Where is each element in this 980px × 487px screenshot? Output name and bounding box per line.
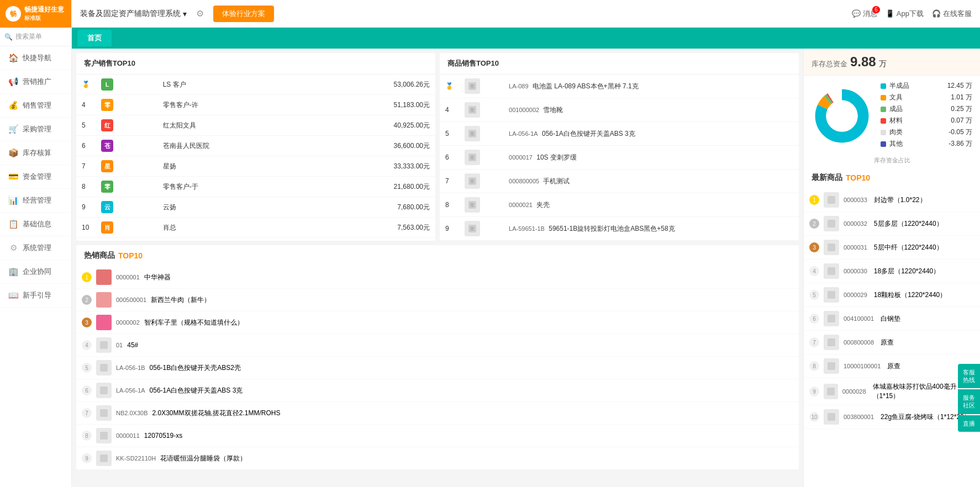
product-info-cell: LA-056-1A 056-1A白色按键开关盖ABS 3克 [503,122,799,146]
topbar: 装备及固定资产辅助管理系统 ▾ ⚙ 体验行业方案 💬 消息 6 📱 App下载 … [72,0,980,28]
list-item[interactable]: 9 KK-SD22110H 花语暖恒温分腿睡袋（厚款） [76,447,799,470]
product-sales-table: 🥇 图 LA-089 电池盖 LA-089 ABS本色+黑种 7.1克 4 图 … [440,75,799,241]
sidebar-item-enterprise[interactable]: 🏢 企业协同 [0,260,71,284]
main-area: 装备及固定资产辅助管理系统 ▾ ⚙ 体验行业方案 💬 消息 6 📱 App下载 … [72,0,980,487]
sidebar-item-purchase[interactable]: 🛒 采购管理 [0,118,71,141]
list-item[interactable]: 5 0000029 18颗粒板（1220*2440） [804,283,980,307]
table-row[interactable]: 10 肖 肖总 7,563.00元 [76,218,435,238]
operations-icon: 📊 [8,195,18,205]
product-code: 0000028 [842,388,866,395]
settings-button[interactable]: ⚙ [192,6,208,22]
amount-cell: 21,680.00元 [310,177,435,197]
tab-home[interactable]: 首页 [77,30,112,46]
legend-label: 肉类 [889,128,903,137]
product-name: 10S 变刺罗缓 [536,153,577,161]
product-name: 5层多层（1220*2440） [874,219,943,229]
sidebar-item-marketing[interactable]: 📢 营销推广 [0,70,71,94]
product-name: 18颗粒板（1220*2440） [874,290,946,300]
table-row[interactable]: 🥇 L LS 客户 53,006.26元 [76,75,435,95]
list-item[interactable]: 2 0000032 5层多层（1220*2440） [804,212,980,236]
legend-label: 半成品 [889,81,909,91]
table-row[interactable]: 6 苍 苍南县人民医院 36,600.00元 [76,136,435,156]
list-item[interactable]: 3 0000031 5层中纤（1220*2440） [804,236,980,260]
sidebar-item-basic-info[interactable]: 📋 基础信息 [0,213,71,236]
list-item[interactable]: 4 01 45# [76,334,799,357]
list-item[interactable]: 6 004100001 白钢垫 [804,307,980,331]
list-item[interactable]: 1 0000001 中华神器 [76,266,799,289]
rank-indicator: 6 [82,385,92,395]
product-code: 0000031 [844,244,867,251]
product-code: 0000002 [116,319,140,326]
product-name: 45# [127,341,138,349]
sidebar-item-sales[interactable]: 💰 销售管理 [0,94,71,118]
img-cell: 图 [459,193,503,217]
svg-rect-26 [828,220,835,227]
table-row[interactable]: 5 红 红太阳文具 40,925.00元 [76,115,435,136]
list-item[interactable]: 6 LA-056-1A 056-1A白色按键开关盖ABS 3克 [76,379,799,402]
list-item[interactable]: 1 0000033 封边带（1.0*22） [804,188,980,212]
table-row[interactable]: 9 图 LA-59651-1B 59651-1B旋转投影灯电池盒ABS黑色+58… [440,217,799,241]
float-btn-live[interactable]: 直播 [958,415,980,432]
product-name: 新西兰牛肉（新牛） [151,295,210,305]
list-item[interactable]: 8 10000100001 原查 [804,354,980,378]
list-item[interactable]: 9 0000028 体城嘉枚味苏打饮品400毫升（1*15） [804,378,980,405]
name-cell: 零售客户-于 [157,177,310,197]
sidebar-item-newbie[interactable]: 📖 新手引导 [0,284,71,308]
table-row[interactable]: 5 图 LA-056-1A 056-1A白色按键开关盖ABS 3克 [440,122,799,146]
sidebar-item-finance[interactable]: 💳 资金管理 [0,165,71,189]
sidebar-item-system[interactable]: ⚙ 系统管理 [0,236,71,260]
table-row[interactable]: 7 星 星扬 33,333.00元 [76,156,435,177]
sidebar-search[interactable]: 🔍 搜索菜单 [0,28,71,46]
customer-sales-list: 🥇 L LS 客户 53,006.26元 4 零 零售客户-许 51,183.0… [76,75,435,238]
product-image: 图 [465,126,480,141]
list-item[interactable]: 4 0000030 18多层（1220*2440） [804,260,980,283]
list-item[interactable]: 5 LA-056-1B 056-1B白色按键开关壳ABS2壳 [76,357,799,379]
product-code: 0000029 [844,292,867,298]
product-sales-card: 商品销售TOP10 🥇 图 LA-089 电池盖 LA-089 ABS本色+黑种… [440,53,799,241]
system-title-dropdown[interactable]: 装备及固定资产辅助管理系统 ▾ [80,9,187,19]
experience-btn[interactable]: 体验行业方案 [213,6,274,22]
product-name: 夹壳 [536,201,550,209]
product-name: 手机测试 [543,177,570,185]
list-item[interactable]: 8 0000011 12070519-xs [76,425,799,447]
table-row[interactable]: 🥇 图 LA-089 电池盖 LA-089 ABS本色+黑种 7.1克 [440,75,799,98]
table-row[interactable]: 4 图 001000002 雪地靴 [440,98,799,122]
basic-info-icon: 📋 [8,219,18,229]
sidebar-item-inventory[interactable]: 📦 库存核算 [0,141,71,165]
message-button[interactable]: 💬 消息 6 [852,9,877,19]
product-image [96,451,112,466]
app-download-button[interactable]: 📱 App下载 [886,9,924,19]
product-name: 18多层（1220*2440） [874,267,940,276]
hot-products-top-label: TOP10 [118,251,143,260]
sidebar-item-quicknav[interactable]: 🏠 快捷导航 [0,46,71,70]
product-code: 000800008 [844,339,874,346]
hot-products-list: 1 0000001 中华神器 2 000500001 新西兰牛肉（新牛） 3 0… [76,266,799,470]
online-service-button[interactable]: 🎧 在线客服 [932,9,972,19]
list-item[interactable]: 7 NB2.0X30B 2.0X30MM双搓花轴,搓花直径2.1MM/ROHS [76,402,799,425]
table-row[interactable]: 6 图 0000017 10S 变刺罗缓 [440,146,799,170]
product-info-cell: LA-59651-1B 59651-1B旋转投影灯电池盒ABS黑色+58克 [503,217,799,241]
table-row[interactable]: 4 零 零售客户-许 51,183.00元 [76,95,435,115]
img-cell: 图 [459,217,503,241]
list-item[interactable]: 2 000500001 新西兰牛肉（新牛） [76,289,799,311]
sidebar-item-operations[interactable]: 📊 经营管理 [0,189,71,213]
customer-table: 🥇 L LS 客户 53,006.26元 4 零 零售客户-许 51,183.0… [76,75,435,238]
latest-products-header: 最新商品 TOP10 [804,167,980,188]
table-row[interactable]: 8 零 零售客户-于 21,680.00元 [76,177,435,197]
table-row[interactable]: 8 图 0000021 夹壳 [440,193,799,217]
float-btn-service[interactable]: 客服热线 [958,364,980,389]
product-name: 白钢垫 [881,314,900,324]
table-row[interactable]: 7 图 000800005 手机测试 [440,170,799,193]
table-row[interactable]: 9 云 云扬 7,680.00元 [76,197,435,218]
list-item[interactable]: 3 0000002 智利车子里（规格不知道填什么） [76,311,799,334]
list-item[interactable]: 10 003800001 22g鱼豆腐-烧烤味（1*12*20） [804,405,980,429]
message-icon: 💬 [852,9,861,18]
product-name: 056-1B白色按键开关壳ABS2壳 [150,363,241,373]
list-item[interactable]: 7 000800008 原查 [804,331,980,354]
float-btn-community[interactable]: 服务社区 [958,389,980,414]
svg-rect-15 [100,364,108,372]
product-name: 056-1A白色按键开关盖ABS 3克 [542,130,635,137]
rank-cell: 🥇 [440,75,459,98]
rank-indicator: 3 [809,242,819,252]
tag-cell: 红 [96,115,157,136]
